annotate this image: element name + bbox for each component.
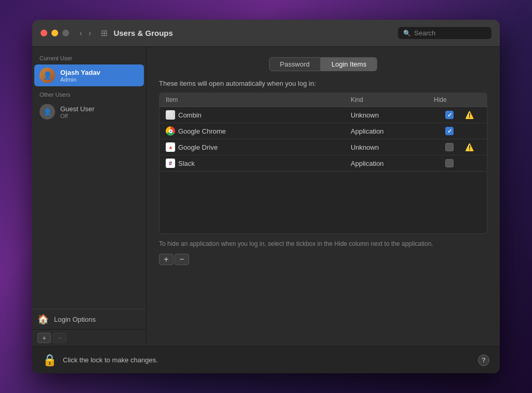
- chrome-center: [169, 129, 172, 133]
- item-name-combin: ⬜ Combin: [166, 110, 351, 120]
- app-icon-slack: #: [166, 159, 175, 168]
- table-row: 🔺 Google Drive Unknown ⚠️: [159, 139, 487, 155]
- sidebar-item-ojash[interactable]: 👤 Ojash Yadav Admin: [34, 64, 144, 86]
- hide-checkbox-slack[interactable]: [445, 159, 454, 167]
- titlebar: ‹ › ⊞ Users & Groups 🔍: [32, 20, 500, 47]
- ojash-info: Ojash Yadav Admin: [60, 69, 100, 83]
- hide-cell-slack: [434, 159, 465, 167]
- sidebar-item-login-options[interactable]: 🏠 Login Options: [32, 309, 146, 329]
- minimize-button[interactable]: [51, 30, 58, 36]
- search-icon: 🔍: [403, 30, 411, 37]
- ojash-name: Ojash Yadav: [60, 69, 100, 76]
- warning-cell-drive: ⚠️: [465, 143, 481, 151]
- hide-checkbox-combin[interactable]: [445, 111, 454, 119]
- hide-checkbox-drive[interactable]: [445, 143, 454, 151]
- app-label-combin: Combin: [178, 111, 202, 119]
- tab-password[interactable]: Password: [269, 57, 321, 71]
- table-actions: + −: [159, 254, 487, 265]
- warning-cell-combin: ⚠️: [465, 111, 481, 119]
- search-input[interactable]: [414, 29, 486, 37]
- login-items-description: These items will open automatically when…: [159, 80, 487, 87]
- item-kind-drive: Unknown: [351, 143, 434, 151]
- item-name-drive: 🔺 Google Drive: [166, 142, 351, 152]
- window-title: Users & Groups: [114, 29, 392, 37]
- empty-table-area: [159, 172, 487, 234]
- traffic-lights: [41, 30, 69, 36]
- remove-item-button[interactable]: −: [175, 254, 189, 265]
- item-name-chrome: Google Chrome: [166, 126, 351, 136]
- warning-icon-combin: ⚠️: [465, 111, 474, 119]
- sidebar-spacer: [32, 123, 146, 307]
- main-window: ‹ › ⊞ Users & Groups 🔍 Current User 👤 Oj…: [32, 20, 500, 373]
- add-item-button[interactable]: +: [159, 254, 174, 265]
- slack-hashtag: #: [169, 160, 172, 166]
- right-panel: Password Login Items These items will op…: [147, 47, 500, 346]
- back-button[interactable]: ‹: [77, 28, 84, 38]
- login-options-label: Login Options: [54, 316, 96, 323]
- item-name-slack: # Slack: [166, 159, 351, 168]
- app-icon-chrome: [166, 126, 175, 136]
- forward-button[interactable]: ›: [86, 28, 93, 38]
- sidebar: Current User 👤 Ojash Yadav Admin Other U…: [32, 47, 147, 346]
- table-row: # Slack Application: [159, 155, 487, 171]
- column-header-kind: Kind: [351, 96, 434, 103]
- other-users-label: Other Users: [32, 86, 146, 101]
- sidebar-actions: + −: [32, 329, 146, 346]
- warning-icon-drive: ⚠️: [465, 143, 474, 151]
- bottom-bar: 🔒 Click the lock to make changes. ?: [32, 346, 500, 373]
- app-icon-drive: 🔺: [166, 142, 175, 152]
- app-label-chrome: Google Chrome: [178, 127, 226, 135]
- grid-icon: ⊞: [101, 28, 108, 38]
- maximize-button[interactable]: [62, 30, 69, 36]
- avatar-guest: 👤: [39, 104, 55, 120]
- app-label-slack: Slack: [178, 160, 195, 167]
- nav-arrows: ‹ ›: [77, 28, 94, 38]
- lock-text: Click the lock to make changes.: [63, 356, 472, 364]
- guest-status: Off: [60, 113, 95, 119]
- column-header-hide: Hide: [434, 96, 465, 103]
- item-kind-chrome: Application: [351, 127, 434, 135]
- ojash-role: Admin: [60, 76, 100, 83]
- column-header-extra: [465, 96, 481, 103]
- hide-checkbox-chrome[interactable]: [445, 127, 454, 135]
- app-icon-combin: ⬜: [166, 110, 175, 120]
- table-body: ⬜ Combin Unknown ⚠️: [159, 107, 487, 171]
- items-table: Item Kind Hide ⬜ Combin Unknown: [159, 93, 487, 172]
- table-header: Item Kind Hide: [159, 93, 487, 107]
- hide-cell-combin: [434, 111, 465, 119]
- table-row: ⬜ Combin Unknown ⚠️: [159, 107, 487, 123]
- item-kind-combin: Unknown: [351, 111, 434, 119]
- guest-info: Guest User Off: [60, 105, 95, 119]
- app-label-drive: Google Drive: [178, 143, 218, 151]
- avatar-ojash: 👤: [39, 68, 55, 83]
- remove-user-button[interactable]: −: [53, 333, 66, 343]
- tabs-row: Password Login Items: [159, 57, 487, 71]
- lock-icon[interactable]: 🔒: [43, 353, 57, 367]
- column-header-item: Item: [166, 96, 351, 103]
- item-kind-slack: Application: [351, 160, 434, 167]
- close-button[interactable]: [41, 30, 47, 36]
- add-user-button[interactable]: +: [37, 333, 51, 343]
- search-box: 🔍: [398, 27, 491, 39]
- table-row: Google Chrome Application: [159, 123, 487, 139]
- current-user-label: Current User: [32, 53, 146, 64]
- hide-cell-chrome: [434, 127, 465, 135]
- help-button[interactable]: ?: [478, 355, 489, 366]
- tab-login-items[interactable]: Login Items: [321, 57, 377, 71]
- main-content: Current User 👤 Ojash Yadav Admin Other U…: [32, 47, 500, 346]
- hide-hint-text: To hide an application when you log in, …: [159, 239, 487, 248]
- sidebar-item-guest[interactable]: 👤 Guest User Off: [34, 101, 144, 123]
- guest-name: Guest User: [60, 105, 95, 113]
- hide-cell-drive: [434, 143, 465, 151]
- house-icon: 🏠: [37, 313, 49, 325]
